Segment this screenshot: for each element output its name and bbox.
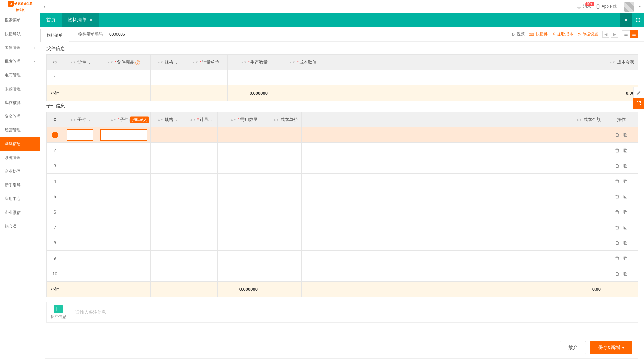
sidebar-item[interactable]: 经营管理 [0,123,40,137]
discard-button[interactable]: 放弃 [560,341,586,354]
child-cell-product[interactable] [97,174,151,189]
child-cell-code[interactable] [63,220,97,235]
sidebar-item[interactable]: 批发管理▸ [0,55,40,68]
child-cell-spec[interactable] [151,189,184,204]
child-cell-product[interactable] [97,189,151,204]
child-cell-unit-cost[interactable] [261,235,302,251]
child-product-input[interactable] [100,129,147,141]
child-row[interactable]: 10 [47,266,638,282]
delete-row-button[interactable] [615,272,620,276]
help-icon[interactable]: ? [135,60,140,65]
remarks-input[interactable] [70,305,638,319]
copy-row-button[interactable] [623,164,628,168]
add-row-cell[interactable]: + [47,127,63,143]
child-cell-unit[interactable] [184,143,218,158]
page-tab-bom[interactable]: 物料清单 [40,29,69,42]
child-cell-unit-cost[interactable] [261,266,302,282]
child-cell-qty[interactable] [218,127,261,143]
child-cell-code[interactable] [63,158,97,174]
fullscreen-button[interactable] [632,13,644,27]
child-row[interactable]: 9 [47,251,638,266]
child-cell-qty[interactable] [218,235,261,251]
child-cell-unit[interactable] [184,189,218,204]
delete-row-button[interactable] [615,225,620,230]
child-cell-qty[interactable] [218,204,261,220]
parent-col-code[interactable]: ▲▼父件... [63,55,97,70]
copy-row-button[interactable] [623,179,628,184]
copy-row-button[interactable] [623,225,628,230]
child-cell-product[interactable] [97,235,151,251]
parent-cell-code[interactable] [63,70,97,85]
tool-video[interactable]: ▷视频 [512,31,525,37]
parent-cell-cost-amt[interactable] [335,70,638,85]
child-cell-unit-cost[interactable] [261,220,302,235]
delete-row-button[interactable] [615,256,620,261]
delete-row-button[interactable] [615,164,620,168]
delete-row-button[interactable] [615,210,620,215]
child-cell-product[interactable] [97,251,151,266]
parent-col-cost-amt[interactable]: ▲▼成本金额 [335,55,638,70]
view-form-button[interactable] [630,30,638,38]
parent-col-gear[interactable]: ⚙ [47,55,63,70]
child-cell-product[interactable] [97,204,151,220]
child-cell-product[interactable] [97,266,151,282]
child-cell-qty[interactable] [218,251,261,266]
messages-link[interactable]: 消息 99+ [576,4,591,9]
parent-cell-product[interactable] [97,70,151,85]
sidebar-item[interactable]: 搜索菜单 [0,13,40,27]
sidebar-item[interactable]: 采购管理 [0,82,40,96]
close-all-tabs-button[interactable]: ✕ [620,13,632,27]
sidebar-item[interactable]: 基础信息 [0,137,40,151]
sidebar-item[interactable]: 零售管理▸ [0,41,40,55]
delete-row-button[interactable] [615,241,620,245]
child-cell-qty[interactable] [218,189,261,204]
child-cell-code[interactable] [63,174,97,189]
child-code-input[interactable] [67,129,93,141]
child-cell-unit[interactable] [184,174,218,189]
sidebar-item[interactable]: 应用中心 [0,192,40,206]
sidebar-item[interactable]: 系统管理 [0,151,40,165]
child-row[interactable]: 2 [47,143,638,158]
parent-cell-unit[interactable] [184,70,228,85]
avatar[interactable] [624,2,634,12]
child-cell-product[interactable] [97,220,151,235]
child-col-product[interactable]: ▲▼*子件商...扫码录入 [97,112,151,127]
parent-col-spec[interactable]: ▲▼规格... [151,55,184,70]
child-cell-spec[interactable] [151,143,184,158]
child-cell-cost-amt[interactable] [302,235,604,251]
child-cell-unit-cost[interactable] [261,189,302,204]
child-cell-unit[interactable] [184,204,218,220]
child-col-cost-amt[interactable]: ▲▼成本金额 [302,112,604,127]
child-cell-unit-cost[interactable] [261,143,302,158]
sidebar-item[interactable]: 畅会员 [0,220,40,233]
save-and-new-button[interactable]: 保存&新增▾ [590,341,632,354]
child-cell-spec[interactable] [151,158,184,174]
child-row[interactable]: 7 [47,220,638,235]
chevron-down-icon[interactable]: ▾ [639,5,641,8]
child-cell-unit[interactable] [184,251,218,266]
child-cell-code[interactable] [63,235,97,251]
child-cell-unit[interactable] [184,220,218,235]
tool-shortcut[interactable]: ⌨快捷键 [529,31,548,37]
float-expand-button[interactable] [633,98,644,109]
child-cell-product[interactable] [97,143,151,158]
child-cell-cost-amt[interactable] [302,251,604,266]
child-cell-unit-cost[interactable] [261,127,302,143]
child-cell-cost-amt[interactable] [302,189,604,204]
child-row[interactable]: 8 [47,235,638,251]
parent-col-product[interactable]: ▲▼*父件商品? [97,55,151,70]
child-cell-unit[interactable] [184,235,218,251]
child-cell-cost-amt[interactable] [302,127,604,143]
child-cell-product[interactable] [97,158,151,174]
delete-row-button[interactable] [615,194,620,199]
child-cell-code[interactable] [63,189,97,204]
child-cell-unit-cost[interactable] [261,158,302,174]
child-cell-spec[interactable] [151,266,184,282]
close-icon[interactable]: ✕ [89,18,93,22]
child-cell-spec[interactable] [151,251,184,266]
tool-extract-cost[interactable]: ￥提取成本 [552,31,573,37]
child-cell-cost-amt[interactable] [302,158,604,174]
copy-row-button[interactable] [623,241,628,245]
child-row[interactable]: 3 [47,158,638,174]
child-cell-code[interactable] [63,127,97,143]
